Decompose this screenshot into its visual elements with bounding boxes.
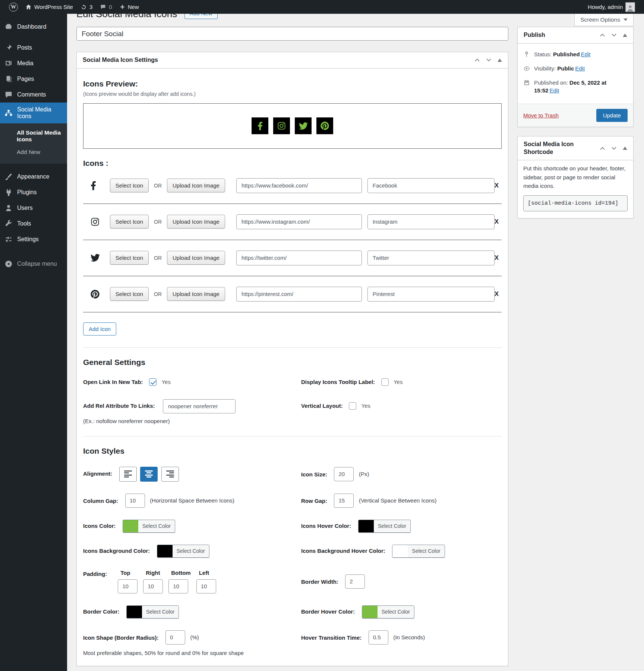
general-settings-heading: General Settings	[83, 358, 502, 367]
select-icon-button[interactable]: Select Icon	[110, 287, 149, 301]
icon-shape-input[interactable]	[165, 630, 185, 645]
padding-top-input[interactable]	[118, 579, 138, 593]
padding-right-input[interactable]	[143, 579, 163, 593]
remove-icon-button[interactable]: X	[495, 290, 499, 298]
status-row: Status: PublishedEdit	[518, 47, 633, 62]
icons-hover-color-swatch	[359, 520, 374, 532]
move-to-trash-link[interactable]: Move to Trash	[523, 112, 559, 119]
calendar-icon	[523, 79, 530, 86]
move-down-icon[interactable]	[486, 58, 492, 62]
shortcode-value[interactable]: [social-media-icons id=194]	[523, 195, 628, 211]
icon-name-input[interactable]	[367, 251, 495, 265]
sidebar-item-posts[interactable]: Posts	[0, 40, 67, 56]
sidebar-item-add-new[interactable]: Add New	[0, 146, 67, 158]
move-up-icon[interactable]	[474, 58, 480, 62]
or-label: OR	[154, 183, 162, 189]
upload-icon-image-button[interactable]: Upload Icon Image	[167, 251, 225, 265]
updates-menu[interactable]: 3	[77, 0, 96, 14]
screen-options-button[interactable]: Screen Options	[574, 14, 634, 26]
move-up-icon[interactable]	[600, 33, 605, 37]
icons-bg-color-picker[interactable]: Select Color	[157, 545, 209, 558]
sidebar-item-pages[interactable]: Pages	[0, 71, 67, 87]
edit-status-link[interactable]: Edit	[581, 51, 591, 57]
shortcode-description: Put this shortcode on your header, foote…	[523, 164, 628, 190]
icon-url-input[interactable]	[236, 287, 362, 302]
toggle-panel-icon[interactable]	[498, 59, 502, 62]
border-width-input[interactable]	[345, 574, 365, 589]
upload-icon-image-button[interactable]: Upload Icon Image	[167, 179, 225, 192]
plus-icon	[120, 4, 125, 10]
site-name-menu[interactable]: WordPress Site	[22, 0, 77, 14]
row-gap-input[interactable]	[334, 494, 354, 508]
upload-icon-image-button[interactable]: Upload Icon Image	[167, 287, 225, 301]
hover-transition-input[interactable]	[369, 630, 388, 645]
column-gap-input[interactable]	[125, 494, 145, 508]
toggle-panel-icon[interactable]	[623, 147, 627, 150]
icons-bg-hover-color-picker[interactable]: Select Color	[392, 545, 445, 558]
padding-left-input[interactable]	[196, 579, 216, 593]
remove-icon-button[interactable]: X	[495, 254, 499, 262]
icon-url-input[interactable]	[236, 178, 362, 193]
update-button[interactable]: Update	[596, 109, 628, 122]
wordpress-logo-icon[interactable]: W	[5, 0, 22, 14]
post-title-input[interactable]	[76, 27, 508, 41]
remove-icon-button[interactable]: X	[495, 182, 499, 189]
howdy-menu[interactable]: Howdy, admin	[584, 2, 639, 12]
toggle-panel-icon[interactable]	[623, 34, 627, 37]
align-center-button[interactable]	[140, 467, 158, 482]
updates-count: 3	[89, 4, 92, 10]
upload-icon-image-button[interactable]: Upload Icon Image	[167, 215, 225, 229]
border-color-picker[interactable]: Select Color	[126, 605, 179, 618]
avatar	[625, 2, 635, 12]
move-up-icon[interactable]	[600, 147, 605, 150]
sidebar-item-social-media-icons[interactable]: Social Media Icons	[0, 103, 67, 123]
sidebar-item-tools[interactable]: Tools	[0, 216, 67, 231]
rel-attribute-input[interactable]	[163, 399, 236, 413]
open-link-label: Open Link In New Tab:	[83, 379, 143, 385]
icons-color-picker[interactable]: Select Color	[123, 520, 175, 533]
align-left-icon	[124, 470, 132, 478]
edit-date-link[interactable]: Edit	[549, 87, 559, 94]
select-icon-button[interactable]: Select Icon	[110, 179, 149, 192]
or-label: OR	[154, 255, 162, 261]
icon-url-input[interactable]	[236, 214, 362, 229]
sidebar-item-plugins[interactable]: Plugins	[0, 185, 67, 200]
sidebar-item-comments[interactable]: Comments	[0, 87, 67, 103]
icon-name-input[interactable]	[367, 214, 495, 229]
sidebar-item-media[interactable]: Media	[0, 56, 67, 71]
sidebar-item-appearance[interactable]: Appearance	[0, 169, 67, 185]
border-hover-color-picker[interactable]: Select Color	[362, 605, 414, 618]
move-down-icon[interactable]	[611, 33, 617, 37]
users-icon	[4, 204, 13, 212]
move-down-icon[interactable]	[611, 147, 617, 150]
align-left-button[interactable]	[119, 467, 137, 482]
sidebar-item-all-social-media-icons[interactable]: All Social Media Icons	[0, 126, 67, 146]
sitemap-icon	[4, 109, 13, 117]
padding-bottom-input[interactable]	[168, 579, 188, 593]
icon-name-input[interactable]	[367, 178, 495, 193]
chevron-down-icon	[624, 18, 628, 21]
tooltip-checkbox[interactable]	[381, 378, 389, 386]
remove-icon-button[interactable]: X	[495, 218, 499, 226]
collapse-menu-button[interactable]: Collapse menu	[0, 256, 67, 272]
comments-menu[interactable]: 0	[96, 0, 116, 14]
open-link-checkbox[interactable]	[149, 378, 157, 386]
select-icon-button[interactable]: Select Icon	[110, 251, 149, 265]
sidebar-item-users[interactable]: Users	[0, 200, 67, 216]
admin-bar: W WordPress Site 3 0 New Howdy, admin	[0, 0, 644, 14]
icon-url-input[interactable]	[236, 251, 362, 265]
add-icon-button[interactable]: Add Icon	[83, 322, 116, 336]
icons-hover-color-picker[interactable]: Select Color	[358, 520, 411, 533]
sidebar-item-settings[interactable]: Settings	[0, 231, 67, 247]
align-right-button[interactable]	[161, 467, 179, 482]
icons-bg-hover-color-swatch	[392, 545, 408, 557]
sidebar-item-dashboard[interactable]: Dashboard	[0, 19, 67, 35]
instagram-icon	[83, 217, 110, 226]
edit-visibility-link[interactable]: Edit	[575, 65, 585, 72]
or-label: OR	[154, 219, 162, 225]
icon-name-input[interactable]	[367, 287, 495, 302]
vertical-layout-checkbox[interactable]	[349, 402, 356, 410]
new-content-menu[interactable]: New	[116, 0, 143, 14]
icon-size-input[interactable]	[334, 467, 354, 481]
select-icon-button[interactable]: Select Icon	[110, 215, 149, 229]
